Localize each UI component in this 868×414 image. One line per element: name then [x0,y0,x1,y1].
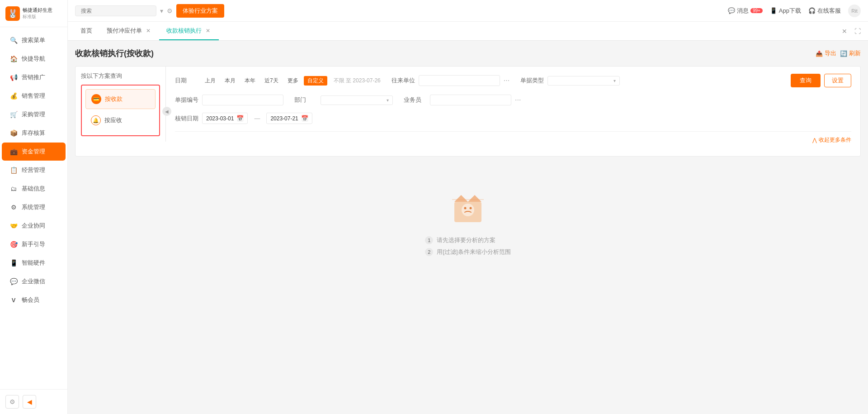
bill-no-label: 单据编号 [175,96,198,104]
salesman-input[interactable] [430,95,511,105]
date-more-tab[interactable]: 更多 [284,76,302,86]
sidebar-item-sales[interactable]: 💰 销售管理 [2,87,66,105]
system-icon: ⚙ [9,203,18,212]
member-icon: V [9,295,18,305]
close-prepay-tab-button[interactable]: ✕ [145,27,152,34]
dept-label: 部门 [294,96,317,104]
collapse-label: 收起更多条件 [819,136,851,144]
sidebar-item-inventory[interactable]: 📦 库存核算 [2,124,66,142]
date-custom-tab[interactable]: 自定义 [304,76,327,86]
sidebar-item-collab[interactable]: 🤝 企业协同 [2,217,66,235]
sidebar-label-sales: 销售管理 [22,92,45,100]
settings-gear-icon[interactable]: ⚙ [167,7,173,14]
app-download-link[interactable]: 📱 App下载 [770,7,801,15]
collab-icon: 🤝 [9,221,18,230]
sidebar-item-wechat[interactable]: 💬 企业微信 [2,272,66,290]
export-button[interactable]: 📤 导出 [816,49,836,57]
bill-type-select[interactable]: ▾ [547,76,620,86]
empty-hint-1: 1 请先选择要分析的方案 [425,236,510,244]
filter-row-3: 核销日期 2023-03-01 📅 — 2023-07-21 📅 [175,113,851,124]
sidebar-item-system[interactable]: ⚙ 系统管理 [2,198,66,216]
sidebar-item-quick-nav[interactable]: 🏠 快捷导航 [2,50,66,68]
purchase-icon: 🛒 [9,110,18,119]
empty-hints: 1 请先选择要分析的方案 2 用[过滤]条件来缩小分析范围 [425,236,510,256]
refresh-icon: 🔄 [840,50,847,57]
writeoff-date-end-wrap[interactable]: 2023-07-21 📅 [266,113,312,124]
industry-solution-button[interactable]: 体验行业方案 [176,4,224,18]
app-download-label: App下载 [779,7,801,15]
writeoff-date-start-wrap[interactable]: 2023-03-01 📅 [202,113,248,124]
writeoff-date-label: 核销日期 [175,114,198,123]
salesman-more-icon[interactable]: ··· [515,96,521,104]
message-button[interactable]: 💬 消息 99+ [728,7,763,15]
filter-by-receivable-option[interactable]: 🔔 按应收 [85,111,156,130]
sidebar-settings-button[interactable]: ⚙ [5,395,19,409]
counterparty-more-icon[interactable]: ··· [504,76,509,85]
collapse-more-button[interactable]: ⋀ 收起更多条件 [812,136,851,144]
dept-select[interactable]: ▾ [321,95,393,105]
close-receipt-tab-button[interactable]: ✕ [204,27,212,34]
date-last-month-tab[interactable]: 上月 [201,76,219,86]
empty-state: 1 请先选择要分析的方案 2 用[过滤]条件来缩小分析范围 [75,157,861,283]
writeoff-date-field: 核销日期 2023-03-01 📅 — 2023-07-21 📅 [175,113,312,124]
date-this-year-tab[interactable]: 本年 [241,76,259,86]
tab-home[interactable]: 首页 [73,22,99,40]
filter-by-receipt-option[interactable]: 💳 按收款 [85,89,156,109]
sidebar-item-marketing[interactable]: 📢 营销推广 [2,68,66,86]
sidebar-item-guide[interactable]: 🎯 新手引导 [2,235,66,253]
writeoff-start-calendar-icon[interactable]: 📅 [236,115,244,122]
sidebar-nav: 🔍 搜索菜单 🏠 快捷导航 📢 营销推广 💰 销售管理 🛒 采购管理 📦 库存核… [0,27,67,389]
empty-illustration [445,184,491,229]
sidebar-label-search-menu: 搜索菜单 [22,36,45,44]
window-close-button[interactable]: ✕ [840,26,849,37]
sidebar-item-operation[interactable]: 📋 经营管理 [2,161,66,179]
writeoff-end-date: 2023-07-21 [270,115,298,122]
customer-service-label: 在线客服 [817,7,841,15]
sidebar-item-finance[interactable]: 💼 资金管理 [2,143,66,161]
salesman-label: 业务员 [404,96,426,104]
sidebar-item-purchase[interactable]: 🛒 采购管理 [2,105,66,124]
hint-num-1: 1 [425,236,433,244]
tab-window-controls: ✕ ⛶ [840,22,863,40]
top-header: ▾ ⚙ 体验行业方案 💬 消息 99+ 📱 App下载 🎧 在线客服 Rit [68,0,868,22]
counterparty-input[interactable] [419,75,500,86]
export-label: 导出 [825,49,836,57]
hardware-icon: 📱 [9,258,18,267]
window-expand-button[interactable]: ⛶ [853,26,863,37]
basic-info-icon: 🗂 [9,184,18,193]
date-range-dash: — [254,115,260,122]
svg-point-2 [464,207,467,209]
receipt-option-icon: 💳 [91,94,101,104]
hint-text-1: 请先选择要分析的方案 [437,236,495,244]
sidebar-label-collab: 企业协同 [22,222,45,230]
query-button[interactable]: 查询 [791,74,821,87]
settings-set-button[interactable]: 设置 [824,74,851,87]
tab-prepay-reconcile[interactable]: 预付冲应付单 ✕ [99,22,159,40]
sidebar-bottom: ⚙ ◀ [0,389,67,414]
filter-left-panel: 按以下方案查询 💳 按收款 🔔 按应收 [75,67,166,142]
date-7days-tab[interactable]: 近7天 [261,76,282,86]
refresh-label: 刷新 [849,49,861,57]
quick-nav-icon: 🏠 [9,54,18,63]
search-dropdown-icon[interactable]: ▾ [160,7,163,14]
sidebar-label-system: 系统管理 [22,203,45,211]
marketing-icon: 📢 [9,73,18,82]
customer-service-link[interactable]: 🎧 在线客服 [808,7,841,15]
sidebar-item-basic-info[interactable]: 🗂 基础信息 [2,180,66,198]
tab-receipt-label: 收款核销执行 [166,27,202,35]
sidebar-item-member[interactable]: V 畅会员 [2,291,66,309]
tab-receipt-writeoff[interactable]: 收款核销执行 ✕ [159,22,219,40]
app-edition: 标准版 [23,14,52,20]
sidebar-item-search-menu[interactable]: 🔍 搜索菜单 [2,31,66,49]
user-avatar[interactable]: Rit [848,5,861,17]
refresh-button[interactable]: 🔄 刷新 [840,49,861,57]
sidebar-label-member: 畅会员 [22,296,39,304]
dept-chevron-icon: ▾ [387,98,389,103]
bill-no-input[interactable] [202,95,283,105]
sidebar-item-hardware[interactable]: 📱 智能硬件 [2,254,66,272]
writeoff-end-calendar-icon[interactable]: 📅 [301,115,308,122]
search-input[interactable] [75,5,156,16]
sidebar-collapse-button[interactable]: ◀ [23,395,36,409]
date-this-month-tab[interactable]: 本月 [221,76,239,86]
filter-left-collapse-arrow[interactable]: ◀ [162,107,171,116]
